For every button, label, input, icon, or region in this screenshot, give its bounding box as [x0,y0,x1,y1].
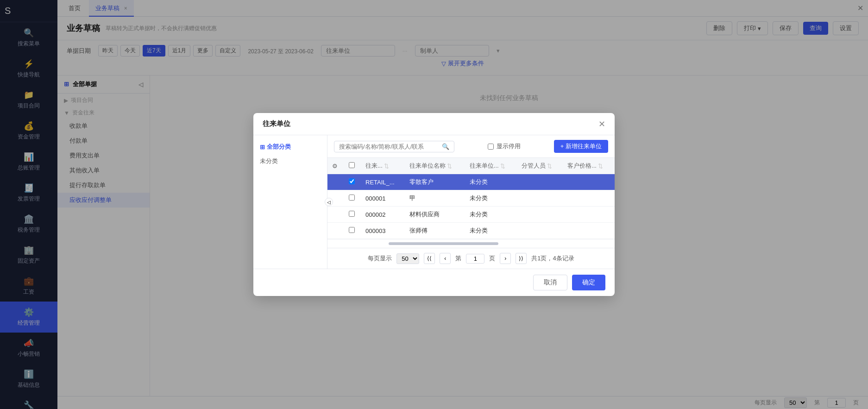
dialog-close-button[interactable]: ✕ [598,120,605,128]
row-checkbox-cell[interactable] [344,223,361,239]
col-checkbox[interactable] [344,158,361,174]
col-settings[interactable]: ⚙ [327,158,344,174]
row-code-cell: RETAIL_... [361,174,405,190]
dialog-per-page-select[interactable]: 50 [396,253,419,264]
row-checkbox[interactable] [349,211,355,217]
show-disabled-toggle[interactable]: 显示停用 [488,142,521,151]
select-all-checkbox[interactable] [349,162,355,168]
dialog-category-header: ⊞ 全部分类 [253,140,327,154]
table-row[interactable]: RETAIL_... 零散客户 未分类 [327,174,615,190]
row-checkbox[interactable] [349,227,355,233]
sort-icon: ⇅ [547,163,552,170]
row-category-cell: 未分类 [465,174,517,190]
sort-icon: ⇅ [384,163,389,170]
dialog-category-unclassified[interactable]: 未分类 [253,154,327,169]
sort-icon: ⇅ [447,163,452,170]
col-name[interactable]: 往来单位名称 ⇅ [405,158,465,174]
row-code-cell: 000001 [361,190,405,207]
row-code-cell: 000002 [361,207,405,223]
row-checkbox[interactable] [349,195,355,201]
search-input[interactable] [339,143,439,150]
partner-dialog: 往来单位 ✕ ⊞ 全部分类 未分类 ◁ 🔍 [253,113,615,296]
row-name-cell: 甲 [405,190,465,207]
dialog-page-input[interactable] [466,254,484,264]
row-settings-cell [327,207,344,223]
dialog-category-panel: ⊞ 全部分类 未分类 ◁ [253,135,327,269]
col-code[interactable]: 往来... ⇅ [361,158,405,174]
table-row[interactable]: 000001 甲 未分类 [327,190,615,207]
confirm-button[interactable]: 确定 [572,275,605,290]
row-checkbox-cell[interactable] [344,190,361,207]
add-partner-button[interactable]: + 新增往来单位 [554,140,608,153]
row-settings-cell [327,223,344,239]
row-price-level-cell [563,190,615,207]
table-row[interactable]: 000003 张师傅 未分类 [327,223,615,239]
dialog-overlay: 往来单位 ✕ ⊞ 全部分类 未分类 ◁ 🔍 [0,0,868,409]
row-name-cell: 张师傅 [405,223,465,239]
row-sales-person-cell [517,207,563,223]
grid-icon: ⊞ [260,144,265,151]
sort-icon: ⇅ [598,163,603,170]
row-category-cell: 未分类 [465,223,517,239]
dialog-header: 往来单位 ✕ [253,113,615,135]
col-price-level[interactable]: 客户价格... ⇅ [563,158,615,174]
row-price-level-cell [563,223,615,239]
row-checkbox-cell[interactable] [344,207,361,223]
row-code-cell: 000003 [361,223,405,239]
last-page-button[interactable]: ⟩⟩ [516,253,527,264]
prev-page-button[interactable]: ‹ [440,253,451,264]
sort-icon: ⇅ [500,163,505,170]
row-category-cell: 未分类 [465,190,517,207]
row-price-level-cell [563,207,615,223]
row-category-cell: 未分类 [465,207,517,223]
row-price-level-cell [563,174,615,190]
row-checkbox-cell[interactable] [344,174,361,190]
table-row[interactable]: 000002 材料供应商 未分类 [327,207,615,223]
page-suffix-label: 页 [489,254,495,263]
total-info: 共1页，4条记录 [531,254,574,263]
dialog-pagination: 每页显示 50 ⟨⟨ ‹ 第 页 › ⟩⟩ 共1页，4条记录 [327,248,615,269]
row-sales-person-cell [517,174,563,190]
col-sales-person[interactable]: 分管人员 ⇅ [517,158,563,174]
show-disabled-checkbox[interactable] [488,144,494,150]
row-name-cell: 零散客户 [405,174,465,190]
row-name-cell: 材料供应商 [405,207,465,223]
page-word: 第 [455,254,461,263]
row-checkbox[interactable] [349,178,355,184]
dialog-category-collapse-button[interactable]: ◁ [325,198,333,206]
next-page-button[interactable]: › [500,253,511,264]
col-category[interactable]: 往来单位... ⇅ [465,158,517,174]
dialog-table-panel: 🔍 显示停用 + 新增往来单位 ⚙ [327,135,615,269]
dialog-toolbar: 🔍 显示停用 + 新增往来单位 [327,135,615,158]
horizontal-scrollbar[interactable] [327,239,615,248]
dialog-title: 往来单位 [263,120,290,128]
search-box: 🔍 [334,141,454,152]
row-sales-person-cell [517,190,563,207]
dialog-footer: 取消 确定 [253,269,615,296]
dialog-body: ⊞ 全部分类 未分类 ◁ 🔍 显示停用 + 新增往来单位 [253,135,615,269]
dialog-table-container: ⚙ 往来... ⇅ 往来单位名 [327,158,615,239]
partner-table: ⚙ 往来... ⇅ 往来单位名 [327,158,615,239]
row-sales-person-cell [517,223,563,239]
cancel-button[interactable]: 取消 [533,275,567,290]
per-page-label: 每页显示 [368,254,392,263]
row-settings-cell [327,174,344,190]
search-icon: 🔍 [442,143,449,150]
first-page-button[interactable]: ⟨⟨ [424,253,435,264]
